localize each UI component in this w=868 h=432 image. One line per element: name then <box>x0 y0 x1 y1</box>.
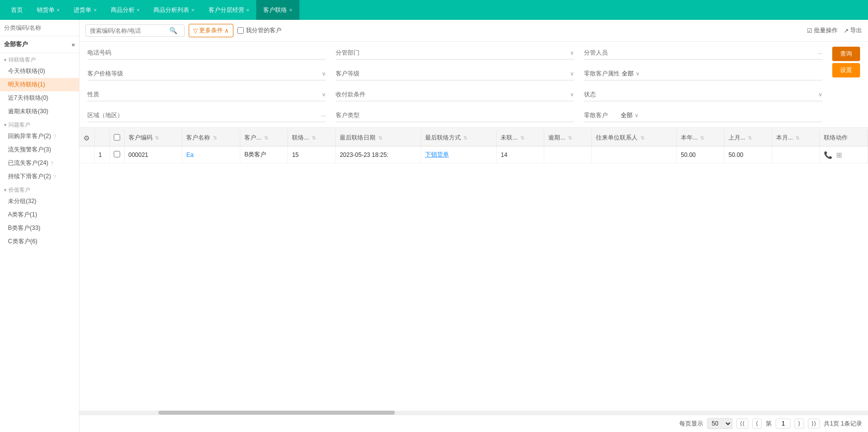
sort-icon-overdue[interactable]: ⇅ <box>568 135 572 141</box>
sidebar-item-0-1[interactable]: 明天待联络(1) <box>0 78 79 91</box>
page-number-input[interactable] <box>776 419 791 429</box>
filter-dept: 分管部门 ∨ <box>336 47 574 60</box>
select-all-checkbox[interactable] <box>114 134 120 141</box>
sort-icon-code[interactable]: ⇅ <box>155 135 159 141</box>
region-ellipsis[interactable]: ··· <box>321 112 326 119</box>
sidebar-item-1-2[interactable]: 已流失客户(24)? <box>0 156 79 170</box>
contact-method-link[interactable]: 下销货单 <box>425 151 449 158</box>
total-info: 共1页 1条记录 <box>824 420 862 428</box>
row-checkbox-0[interactable] <box>114 151 120 157</box>
nav-item-销货单[interactable]: 销货单× <box>30 0 67 20</box>
retail-attr-dropdown-icon[interactable]: ∨ <box>636 71 640 77</box>
td-customer-type: B类客户 <box>240 146 288 163</box>
help-icon[interactable]: ? <box>50 160 53 166</box>
person-input[interactable] <box>619 50 815 57</box>
per-page-select[interactable]: 50 100 200 <box>707 418 732 429</box>
th-customer-type: 客户... ⇅ <box>240 130 288 146</box>
sort-icon-contact[interactable]: ⇅ <box>312 135 316 141</box>
nav-close-icon[interactable]: × <box>191 7 194 13</box>
sidebar-item-2-1[interactable]: A类客户(1) <box>0 208 79 221</box>
sidebar-group-2[interactable]: 价值客户 <box>0 183 79 195</box>
scrollbar-thumb[interactable] <box>158 411 395 415</box>
nav-item-商品分析列表[interactable]: 商品分析列表× <box>146 0 201 20</box>
next-page-button[interactable]: ⟩ <box>795 419 804 429</box>
customer-type-input[interactable] <box>370 112 574 119</box>
sidebar-item-0-2[interactable]: 近7天待联络(0) <box>0 91 79 105</box>
status-input[interactable] <box>619 91 816 98</box>
status-dropdown-icon[interactable]: ∨ <box>818 91 822 98</box>
main-search-icon[interactable]: 🔍 <box>169 27 177 34</box>
sidebar-search-input[interactable] <box>4 24 78 31</box>
settings-button[interactable]: 设置 <box>832 63 860 77</box>
sidebar-all-customers[interactable]: 全部客户 « <box>0 36 79 53</box>
sidebar-item-1-0[interactable]: 回购异常客户(2)? <box>0 130 79 143</box>
retail-customer-dropdown-icon[interactable]: ∨ <box>635 112 639 119</box>
sort-icon-type[interactable]: ⇅ <box>264 135 268 141</box>
nav-item-客户联络[interactable]: 客户联络× <box>256 0 299 20</box>
td-last-contact-method: 下销货单 <box>421 146 497 163</box>
last-page-button[interactable]: ⟩⟩ <box>808 419 820 429</box>
collapse-icon[interactable]: « <box>72 41 75 48</box>
prev-page-button[interactable]: ⟨ <box>752 419 762 429</box>
sidebar-item-2-2[interactable]: B类客户(33) <box>0 221 79 235</box>
person-ellipsis[interactable]: ··· <box>817 50 822 57</box>
th-num <box>94 130 109 146</box>
region-input[interactable] <box>123 112 319 119</box>
horizontal-scrollbar[interactable] <box>79 411 868 415</box>
nav-item-商品分析[interactable]: 商品分析× <box>104 0 146 20</box>
export-button[interactable]: ↗ 导出 <box>844 26 862 35</box>
price-level-dropdown-icon[interactable]: ∨ <box>322 71 326 77</box>
payment-dropdown-icon[interactable]: ∨ <box>570 91 574 98</box>
sidebar-group-0[interactable]: 待联络客户 <box>0 53 79 65</box>
main-search-input[interactable] <box>90 27 169 34</box>
query-button[interactable]: 查询 <box>832 47 860 61</box>
more-conditions-button[interactable]: ▽ 更多条件 ∧ <box>189 24 233 37</box>
td-last-month: 50.00 <box>724 146 772 163</box>
nav-close-icon[interactable]: × <box>137 7 140 13</box>
sort-icon-last-month[interactable]: ⇅ <box>748 135 752 141</box>
table-gear-icon[interactable]: ⚙ <box>83 134 90 142</box>
sort-icon-person[interactable]: ⇅ <box>641 135 645 141</box>
sort-icon-name[interactable]: ⇅ <box>213 135 217 141</box>
grid-action-icon[interactable]: ⊞ <box>836 151 842 159</box>
phone-input[interactable] <box>122 50 326 57</box>
sort-icon-unlinked[interactable]: ⇅ <box>520 135 524 141</box>
help-icon[interactable]: ? <box>53 134 56 140</box>
sidebar-group-1[interactable]: 问题客户 <box>0 118 79 130</box>
nav-close-icon[interactable]: × <box>289 7 292 13</box>
customer-level-input[interactable] <box>370 71 568 77</box>
payment-input[interactable] <box>370 91 568 98</box>
dept-input[interactable] <box>370 50 568 57</box>
nav-home[interactable]: 首页 <box>4 0 30 20</box>
my-customers-checkbox[interactable] <box>237 27 244 34</box>
nav-item-进货单[interactable]: 进货单× <box>67 0 103 20</box>
td-checkbox <box>109 146 124 163</box>
dept-dropdown-icon[interactable]: ∨ <box>570 50 574 56</box>
sidebar-item-1-1[interactable]: 流失预警客户(3) <box>0 143 79 156</box>
th-last-contact-date: 最后联络日期 ⇅ <box>336 130 421 146</box>
customer-level-dropdown-icon[interactable]: ∨ <box>570 71 574 77</box>
sidebar-item-0-3[interactable]: 逾期未联络(30) <box>0 105 79 118</box>
sort-icon-method[interactable]: ⇅ <box>463 135 467 141</box>
nature-dropdown-icon[interactable]: ∨ <box>322 91 326 98</box>
th-gear: ⚙ <box>79 130 94 146</box>
phone-action-icon[interactable]: 📞 <box>824 151 832 159</box>
nature-input[interactable] <box>122 91 320 98</box>
nav-close-icon[interactable]: × <box>57 7 60 13</box>
sidebar-item-1-3[interactable]: 持续下滑客户(2)? <box>0 170 79 183</box>
sort-icon-year[interactable]: ⇅ <box>700 135 704 141</box>
nav-item-客户分层经营[interactable]: 客户分层经营× <box>202 0 256 20</box>
batch-operation-button[interactable]: ☑ 批量操作 <box>807 26 838 35</box>
sidebar-item-2-3[interactable]: C类客户(6) <box>0 235 79 248</box>
help-icon[interactable]: ? <box>53 174 56 180</box>
nav-close-icon[interactable]: × <box>246 7 249 13</box>
filter-region: 区域（地区） ··· <box>87 109 326 122</box>
sidebar-item-0-0[interactable]: 今天待联络(0) <box>0 65 79 78</box>
first-page-button[interactable]: ⟨⟨ <box>736 419 748 429</box>
sidebar-item-2-0[interactable]: 未分组(32) <box>0 195 79 208</box>
sort-icon-this-month[interactable]: ⇅ <box>796 135 799 141</box>
table-row: 1 000021 Ea B类客户 15 2023-05-23 18:25: 下销… <box>79 146 868 163</box>
price-level-input[interactable] <box>123 71 320 77</box>
sort-icon-date[interactable]: ⇅ <box>378 135 382 141</box>
nav-close-icon[interactable]: × <box>93 7 96 13</box>
